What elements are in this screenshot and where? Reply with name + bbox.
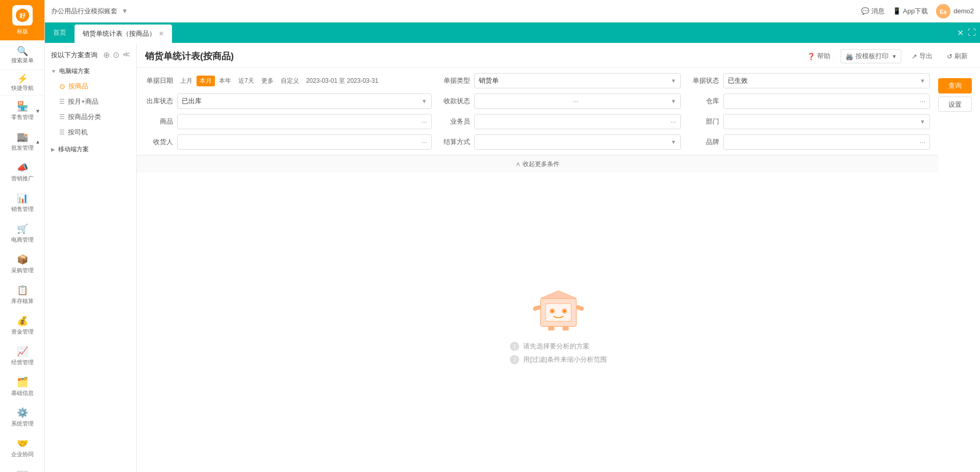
filter-cell-receiptstatus: 收款状态 ··· ▼: [442, 93, 681, 109]
doctype-dropdown-icon: ▼: [671, 78, 676, 84]
purchase-label: 采购管理: [11, 267, 34, 274]
tree-item-by-product[interactable]: ⊙ 按商品: [45, 79, 136, 94]
brand-dropdown[interactable]: ···: [723, 134, 930, 150]
product-dots[interactable]: ···: [421, 117, 427, 126]
sidebar-item-wholesale[interactable]: 🏬 批发管理 ▲: [0, 126, 44, 157]
tab-minimize-icon[interactable]: ✕: [957, 28, 964, 38]
salesperson-dots[interactable]: ···: [670, 117, 676, 126]
expand-mobile-icon: ▶: [51, 147, 55, 152]
add-scheme-btn[interactable]: ⊕: [103, 50, 110, 60]
collapse-panel-btn[interactable]: ≪: [122, 50, 130, 60]
date-tab-last-month[interactable]: 上月: [177, 76, 195, 86]
app-download-btn[interactable]: 📱 App下载: [893, 7, 928, 16]
doctype-dropdown[interactable]: 销货单 ▼: [474, 73, 681, 88]
svg-rect-11: [548, 326, 554, 331]
recipient-dropdown[interactable]: ···: [177, 134, 432, 150]
date-tab-more[interactable]: 更多: [258, 76, 277, 86]
payment-dropdown[interactable]: ▼: [474, 134, 681, 150]
department-dropdown-icon: ▼: [920, 119, 925, 125]
sidebar-item-operations[interactable]: 📈 经营管理: [0, 341, 44, 371]
outstatus-label: 出库状态: [145, 97, 173, 106]
help-btn[interactable]: ❓ 帮助: [803, 50, 835, 63]
search-menu-item[interactable]: 🔍 搜索菜单: [0, 40, 44, 70]
tree-item-by-scanner[interactable]: ☰ 按司机: [45, 125, 136, 140]
marketing-label: 营销推广: [11, 175, 34, 182]
quick-nav-item[interactable]: ⚡ 快捷导航: [0, 70, 44, 96]
user-profile-btn[interactable]: Ea demo2: [936, 4, 974, 18]
reset-button[interactable]: 设置: [938, 97, 972, 112]
receiptstatus-dropdown-icon: ▼: [671, 98, 676, 104]
svg-rect-12: [562, 326, 569, 331]
sidebar-item-inventory[interactable]: 📋 库存核算: [0, 279, 44, 310]
date-tab-7days[interactable]: 近7天: [235, 76, 257, 86]
receiptstatus-dots[interactable]: ···: [573, 97, 579, 105]
filter-section-row1: 单据日期 上月 本月 本年 近7天 更多 自定义: [137, 68, 938, 155]
product-dropdown[interactable]: ···: [177, 114, 432, 129]
warehouse-dropdown[interactable]: ···: [723, 93, 930, 109]
system-label: 系统管理: [11, 420, 34, 428]
by-month-product-label: 按月+商品: [68, 97, 99, 106]
cooperation-icon: 🤝: [17, 438, 28, 449]
salesperson-dropdown[interactable]: ···: [474, 114, 681, 129]
ecommerce-icon: 🛒: [17, 223, 28, 234]
inventory-label: 库存核算: [11, 297, 34, 305]
collapse-btn[interactable]: ∧ 收起更多条件: [137, 155, 938, 173]
filter-row-1: 单据日期 上月 本月 本年 近7天 更多 自定义: [145, 73, 930, 88]
tab-sales-stat[interactable]: 销货单统计表（按商品） ✕: [75, 25, 172, 43]
filter-cell-payment: 结算方式 ▼: [442, 134, 681, 150]
sidebar-item-ecommerce[interactable]: 🛒 电商管理: [0, 218, 44, 249]
date-tab-this-year[interactable]: 本年: [216, 76, 234, 86]
outstatus-dropdown[interactable]: 已出库 ▼: [177, 93, 432, 109]
header-actions: 💬 消息 📱 App下载 Ea demo2: [861, 4, 974, 18]
export-btn[interactable]: ↗ 导出: [908, 50, 937, 63]
outstatus-value: 已出库: [182, 97, 202, 106]
sidebar-item-cooperation[interactable]: 🤝 企业协同: [0, 433, 44, 463]
collapse-btn-label: ∧ 收起更多条件: [516, 160, 559, 168]
sidebar-item-system[interactable]: ⚙️ 系统管理: [0, 402, 44, 433]
svg-text:Ea: Ea: [940, 9, 947, 15]
date-tab-this-month[interactable]: 本月: [197, 76, 215, 86]
recipient-dots[interactable]: ···: [421, 138, 427, 146]
tab-close-icon[interactable]: ✕: [159, 30, 164, 37]
docstatus-dropdown[interactable]: 已生效 ▼: [723, 73, 930, 88]
message-icon: 💬: [861, 7, 869, 15]
sidebar-item-marketing[interactable]: 📣 营销推广: [0, 157, 44, 187]
department-dropdown[interactable]: ▼: [723, 114, 930, 129]
app-logo[interactable]: 好 标版: [0, 0, 44, 40]
sidebar-item-guide[interactable]: 📖 新手引导: [0, 463, 44, 472]
warehouse-dots[interactable]: ···: [919, 97, 925, 105]
print-btn[interactable]: 🖨️ 按模板打印 ▼: [841, 49, 901, 63]
date-tab-custom[interactable]: 自定义: [278, 76, 302, 86]
sidebar-item-finance[interactable]: 💰 资金管理: [0, 310, 44, 341]
message-btn[interactable]: 💬 消息: [861, 7, 885, 16]
filter-rows: 单据日期 上月 本月 本年 近7天 更多 自定义: [137, 68, 938, 173]
sidebar-item-sales[interactable]: 📊 销售管理: [0, 187, 44, 218]
brand-dots[interactable]: ···: [919, 138, 925, 146]
tree-section-mobile[interactable]: ▶ 移动端方案: [45, 142, 136, 157]
month-product-icon: ☰: [59, 98, 65, 105]
tab-home[interactable]: 首页: [45, 22, 75, 43]
refresh-btn[interactable]: ↺ 刷新: [943, 50, 972, 63]
receiptstatus-dropdown[interactable]: ··· ▼: [474, 93, 681, 109]
tree-item-by-category[interactable]: ☰ 按商品分类: [45, 109, 136, 125]
sidebar-item-retail[interactable]: 🏪 零售管理 ▼: [0, 96, 44, 126]
refresh-scheme-btn[interactable]: ⊙: [113, 50, 119, 60]
desktop-section-label: 电脑端方案: [59, 67, 90, 76]
salesperson-label: 业务员: [442, 117, 470, 126]
btn-group-right: 查询 设置: [938, 73, 980, 117]
tab-bar-actions: ✕ ⛶: [957, 28, 980, 38]
department-label: 部门: [691, 117, 719, 126]
expand-icon: ▼: [35, 108, 40, 114]
refresh-label: 刷新: [954, 52, 968, 61]
date-label: 单据日期: [145, 76, 173, 85]
sidebar-item-purchase[interactable]: 📦 采购管理: [0, 249, 44, 279]
tree-item-by-month-product[interactable]: ☰ 按月+商品: [45, 94, 136, 109]
tree-section-desktop[interactable]: ▼ 电脑端方案: [45, 64, 136, 79]
search-button[interactable]: 查询: [938, 78, 972, 93]
filter-cell-product: 商品 ···: [145, 114, 432, 129]
sidebar-item-basic[interactable]: 🗂️ 基础信息: [0, 371, 44, 402]
date-filter-group: 上月 本月 本年 近7天 更多 自定义 2023-03-01 至 2023-03…: [177, 76, 432, 86]
cooperation-label: 企业协同: [11, 451, 34, 458]
tip-text-2: 用[过滤]条件来缩小分析范围: [523, 355, 606, 364]
tab-fullscreen-icon[interactable]: ⛶: [968, 28, 976, 37]
